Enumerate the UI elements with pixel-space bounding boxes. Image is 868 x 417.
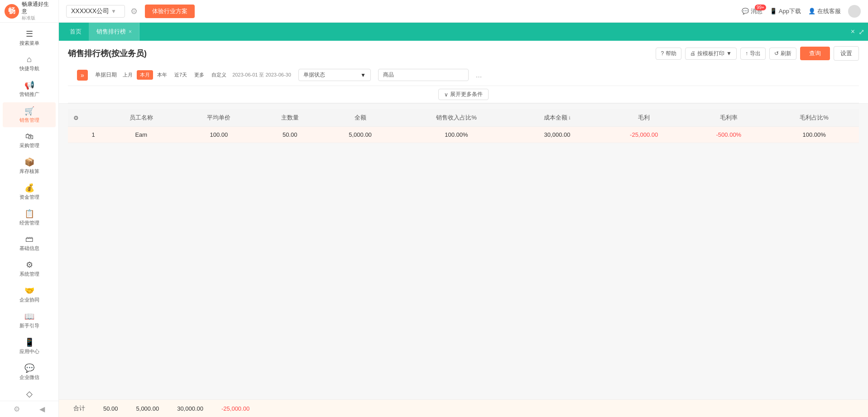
refresh-btn[interactable]: ↺ 刷新 [769,48,796,60]
company-name: XXXXXX公司 [71,7,109,15]
tab-home[interactable]: 首页 [62,23,89,41]
date-custom[interactable]: 自定义 [208,70,230,80]
print-icon: 🖨 [690,50,695,57]
trial-button[interactable]: 体验行业方案 [145,5,195,18]
sidebar-item-marketing[interactable]: 📢 营销推广 [3,77,56,101]
expand-row: ∨ 展开更多条件 [68,86,859,103]
sidebar-item-purchase-mgmt[interactable]: 🛍 采购管理 [3,128,56,153]
row-gross-rate: -500.00% [688,127,769,143]
date-filter-group: 单据日期 上月 本月 本年 近7天 更多 自定义 2023-06-01 至 20… [95,70,291,80]
sidebar-label-basic-info: 基础信息 [19,245,39,252]
sidebar-item-enterprise-collab[interactable]: 🤝 企业协同 [3,282,56,307]
help-btn[interactable]: ? 帮助 [656,48,681,60]
table-container: ⚙ 员工名称 平均单价 主数量 全额 销售收入占比% 成本全额 ℹ 毛利 毛利率 [59,104,868,399]
goods-filter[interactable]: 商品 [378,69,469,81]
app-download-btn[interactable]: 📱 App下载 [770,7,801,15]
tab-sales-rank[interactable]: 销售排行榜 × [89,23,139,41]
footer-cost: 30,000.00 [177,405,203,412]
tab-bar-right: × ⤢ [851,28,864,36]
footer-amount: 5,000.00 [136,405,159,412]
beginner-guide-icon: 📖 [24,312,34,321]
table-row: 1 Eam 100.00 50.00 5,000.00 100.00% 30,0… [68,127,859,143]
more-filter-dots[interactable]: ... [476,71,482,79]
sidebar-label-system-mgmt: 系统管理 [19,271,39,278]
sidebar-item-enterprise-wechat[interactable]: 💬 企业微信 [3,359,56,384]
sidebar-item-member[interactable]: ◇ 畅会员 [3,385,56,401]
date-current-year[interactable]: 本年 [154,70,170,80]
sidebar-item-shortcut-nav[interactable]: ⌂ 快捷导航 [3,51,56,76]
sidebar-settings-btn[interactable]: ⚙ [14,405,20,413]
sidebar-label-finance-mgmt: 资金管理 [19,194,39,201]
export-label: 导出 [750,50,761,58]
col-header-gross-rate: 毛利率 [688,109,769,127]
tab-bar: 首页 销售排行榜 × × ⤢ [59,23,868,41]
query-button[interactable]: 查询 [800,47,830,60]
row-cost: 30,000.00 [514,127,600,143]
system-mgmt-icon: ⚙ [26,260,33,270]
inventory-check-icon: 📦 [24,157,34,167]
sidebar-item-ops-mgmt[interactable]: 📋 经营管理 [3,205,56,230]
message-badge: 99+ [755,5,766,10]
filter-toggle-btn[interactable]: » [77,70,88,81]
window-close-btn[interactable]: × [851,28,855,36]
enterprise-collab-icon: 🤝 [24,286,34,296]
tab-close-icon[interactable]: × [129,29,132,35]
col-header-settings[interactable]: ⚙ [68,109,84,127]
company-chevron-icon: ▼ [111,8,116,14]
sidebar-item-sales-mgmt[interactable]: 🛒 销售管理 [3,102,56,127]
top-header: XXXXXX公司 ▼ ⚙ 体验行业方案 💬 消息 99+ 📱 App下载 👤 在… [59,0,868,23]
expand-conditions-btn[interactable]: ∨ 展开更多条件 [438,89,489,100]
company-selector[interactable]: XXXXXX公司 ▼ [66,5,125,18]
sidebar-item-basic-info[interactable]: 🗃 基础信息 [3,231,56,255]
row-employee: Eam [102,127,180,143]
col-header-employee: 员工名称 [102,109,180,127]
settings-button[interactable]: 设置 [834,46,859,61]
message-btn[interactable]: 💬 消息 99+ [742,7,762,15]
sidebar-label-inventory-check: 库存核算 [19,168,39,175]
help-icon: ? [661,50,664,57]
date-range-display: 2023-06-01 至 2023-06-30 [232,72,291,78]
goods-filter-label: 商品 [383,71,394,79]
sidebar-label-enterprise-collab: 企业协同 [19,297,39,303]
status-filter[interactable]: 单据状态 ▼ [298,69,371,81]
export-btn[interactable]: ↑ 导出 [740,48,766,60]
sidebar-item-inventory-check[interactable]: 📦 库存核算 [3,153,56,178]
row-rank: 1 [84,127,102,143]
online-service-btn[interactable]: 👤 在线客服 [808,7,841,15]
date-more[interactable]: 更多 [191,70,207,80]
message-icon: 💬 [742,8,749,14]
logo-line1: 畅康通好生意 [22,1,54,15]
expand-label: 展开更多条件 [450,91,483,98]
header-settings-icon[interactable]: ⚙ [130,6,138,16]
col-header-avg-price: 平均单价 [180,109,258,127]
logo-icon: 畅 [5,4,19,19]
sidebar-item-app-center[interactable]: 📱 应用中心 [3,334,56,359]
export-icon: ↑ [745,50,748,57]
template-print-btn[interactable]: 🖨 按模板打印 ▼ [685,48,737,60]
app-download-icon: 📱 [770,8,777,14]
sidebar-collapse-btn[interactable]: ◀ [39,405,45,413]
date-last-7[interactable]: 近7天 [171,70,190,80]
sidebar-item-system-mgmt[interactable]: ⚙ 系统管理 [3,256,56,281]
table-footer: 合计 50.00 5,000.00 30,000.00 -25,000.00 [59,399,868,417]
logo-text-block: 畅康通好生意 标准版 [22,1,54,21]
page-title: 销售排行榜(按业务员) [68,48,147,59]
app-center-icon: 📱 [24,337,34,347]
app-download-label: App下载 [779,7,801,15]
row-gross-pct: 100.00% [769,127,859,143]
sidebar-item-beginner-guide[interactable]: 📖 新手引导 [3,308,56,333]
sidebar-label-shortcut-nav: 快捷导航 [19,65,39,72]
cost-info-icon[interactable]: ℹ [569,115,571,120]
logo-area: 畅 畅康通好生意 标准版 [0,0,58,23]
date-current-month[interactable]: 本月 [137,70,153,80]
sidebar-item-finance-mgmt[interactable]: 💰 资金管理 [3,179,56,204]
row-settings [68,127,84,143]
sidebar-item-search-order[interactable]: ☰ 搜索菜单 [3,25,56,50]
sidebar-label-app-center: 应用中心 [19,348,39,355]
sidebar-label-ops-mgmt: 经营管理 [19,220,39,226]
window-expand-btn[interactable]: ⤢ [858,28,864,36]
col-header-amount: 全额 [322,109,398,127]
date-last-month[interactable]: 上月 [120,70,136,80]
status-dropdown-icon: ▼ [360,72,366,78]
filter-toggle-icon: » [81,72,84,79]
